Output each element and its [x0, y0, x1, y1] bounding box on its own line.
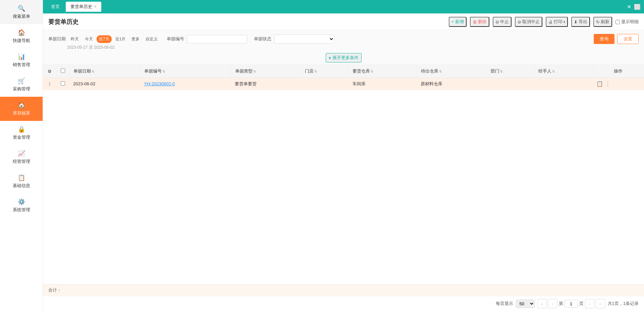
- sort-doc-type-icon[interactable]: ⇅: [253, 70, 256, 73]
- th-store: 门店⇅: [301, 65, 348, 78]
- sort-pending-warehouse-icon[interactable]: ⇅: [439, 70, 442, 73]
- sidebar-item-finance[interactable]: 🔒 资金管理: [0, 121, 43, 145]
- row-num: 1: [43, 78, 56, 90]
- expand-more-button[interactable]: ▾ 展开更多条件: [326, 53, 362, 62]
- sort-handler-icon[interactable]: ⇅: [552, 70, 555, 73]
- stop-button[interactable]: ⊘ 中止: [493, 17, 512, 27]
- expand-row: ▾ 展开更多条件: [48, 53, 639, 62]
- sidebar-item-label: 采购管理: [13, 86, 30, 92]
- sidebar-item-basic-info[interactable]: 📋 基础信息: [0, 169, 43, 193]
- new-button[interactable]: + 新增: [449, 17, 467, 27]
- row-checkbox-cell[interactable]: [56, 78, 69, 90]
- sidebar-item-label: 销售管理: [13, 62, 30, 68]
- date-btn-last7days[interactable]: 近7天: [97, 35, 112, 43]
- tab-home[interactable]: 首页: [46, 2, 64, 12]
- sidebar-item-label: 资金管理: [13, 134, 30, 140]
- sidebar-item-operations[interactable]: 📈 经营管理: [0, 145, 43, 169]
- sort-req-warehouse-icon[interactable]: ⇅: [371, 70, 373, 73]
- expand-icon: ▾: [329, 55, 331, 60]
- row-view-icon[interactable]: 📋: [596, 81, 603, 87]
- filter-bar: 单据日期 昨天今天近7天近1月更多自定义 单据编号 单据状态 查询: [43, 30, 644, 65]
- th-doc-no: 单据编号⇅: [140, 65, 231, 78]
- select-all-checkbox[interactable]: [61, 69, 65, 73]
- sidebar-item-label: 基础信息: [13, 183, 30, 189]
- row-checkbox[interactable]: [61, 81, 65, 86]
- cancel-stop-button[interactable]: ⊘ 取消中止: [515, 17, 542, 27]
- th-operation: 操作: [592, 65, 644, 78]
- doc-no-input[interactable]: [187, 35, 247, 43]
- row-handler: [534, 78, 592, 90]
- th-gear[interactable]: ⚙: [43, 65, 56, 78]
- th-pending-warehouse: 待出仓库⇅: [417, 65, 486, 78]
- sales-icon: 📊: [18, 53, 25, 60]
- header-actions: + 新增 🗑 删除 ⊘ 中止 ⊘ 取消中止 🖨 打印 ▾: [449, 17, 639, 27]
- sidebar-item-system[interactable]: ⚙️ 系统管理: [0, 193, 43, 218]
- basic-info-icon: 📋: [18, 174, 25, 181]
- date-btn-last_month[interactable]: 近1月: [113, 35, 128, 43]
- sort-doc-no-icon[interactable]: ⇅: [162, 70, 165, 73]
- status-select[interactable]: [274, 35, 334, 44]
- prev-page-button[interactable]: ‹: [548, 299, 557, 308]
- search-icon: 🔍: [18, 5, 25, 12]
- refresh-icon: ↻: [596, 19, 600, 25]
- last-page-button[interactable]: »: [596, 299, 605, 308]
- window-close-icon[interactable]: ✕: [627, 4, 631, 10]
- next-page-button[interactable]: ›: [585, 299, 594, 308]
- sidebar-item-sales[interactable]: 📊 销售管理: [0, 48, 43, 73]
- print-button[interactable]: 🖨 打印 ▾: [546, 17, 568, 27]
- tab-requisition-history[interactable]: 要货单历史×: [66, 2, 101, 12]
- window-maximize-icon[interactable]: ⬜: [634, 4, 641, 10]
- status-label: 单据状态: [254, 36, 271, 42]
- tab-bar: 首页要货单历史× ✕ ⬜: [43, 0, 644, 13]
- content-area: 要货单历史 + 新增 🗑 删除 ⊘ 中止 ⊘ 取消中止 🖨 打印: [43, 13, 644, 311]
- tab-label: 首页: [51, 4, 60, 10]
- date-btn-today[interactable]: 今天: [83, 35, 95, 43]
- date-btn-custom[interactable]: 自定义: [143, 35, 160, 43]
- export-button[interactable]: ⬇ 导出: [571, 17, 590, 27]
- th-handler: 经手人⇅: [534, 65, 592, 78]
- stop-icon: ⊘: [495, 19, 499, 25]
- page-header: 要货单历史 + 新增 🗑 删除 ⊘ 中止 ⊘ 取消中止 🖨 打印: [43, 13, 644, 30]
- finance-icon: 🔒: [18, 126, 25, 133]
- pagination-info: 共1页，1条记录: [608, 301, 639, 307]
- sidebar-item-purchase[interactable]: 🛒 采购管理: [0, 73, 43, 97]
- filter-row-main: 单据日期 昨天今天近7天近1月更多自定义 单据编号 单据状态 查询: [48, 34, 639, 44]
- footer-total: 合计：: [48, 287, 61, 293]
- display-detail-checkbox[interactable]: [615, 20, 620, 24]
- doc-no-link[interactable]: YH-20230602-0: [144, 81, 175, 86]
- date-btn-yesterday[interactable]: 昨天: [68, 35, 81, 43]
- page-size-label: 每页显示: [496, 301, 513, 307]
- row-doc-no[interactable]: YH-20230602-0: [140, 78, 231, 90]
- doc-no-filter-group: 单据编号: [167, 35, 247, 43]
- th-checkbox[interactable]: [56, 65, 69, 78]
- delete-button[interactable]: 🗑 删除: [470, 17, 489, 27]
- first-page-button[interactable]: «: [537, 299, 547, 308]
- row-pending-warehouse: 原材料仓库: [417, 78, 486, 90]
- date-btn-more[interactable]: 更多: [129, 35, 142, 43]
- query-button[interactable]: 查询: [594, 34, 614, 44]
- sort-department-icon[interactable]: ⇅: [500, 70, 503, 73]
- refresh-button[interactable]: ↻ 刷新: [593, 17, 612, 27]
- sidebar-item-inventory[interactable]: 🏠 库存核算: [0, 97, 43, 121]
- table-area: ⚙ 单据日期⇅ 单据编号⇅ 单据类型⇅ 门店⇅ 要货仓库⇅ 待出仓库⇅ 部门⇅ …: [43, 65, 644, 284]
- setting-button[interactable]: 设置: [617, 34, 639, 44]
- date-filter-label: 单据日期: [48, 36, 66, 42]
- purchase-icon: 🛒: [18, 77, 25, 85]
- page-number-input[interactable]: [565, 300, 578, 308]
- sidebar-item-quick-nav[interactable]: 🏠 快捷导航: [0, 24, 43, 48]
- print-icon: 🖨: [548, 19, 553, 25]
- display-detail-toggle[interactable]: 显示明细: [615, 19, 639, 25]
- system-icon: ⚙️: [18, 198, 25, 206]
- table-header: ⚙ 单据日期⇅ 单据编号⇅ 单据类型⇅ 门店⇅ 要货仓库⇅ 待出仓库⇅ 部门⇅ …: [43, 65, 644, 78]
- cancel-stop-icon: ⊘: [518, 19, 521, 25]
- page-unit: 页: [579, 301, 584, 307]
- sidebar-item-label: 快捷导航: [13, 38, 30, 44]
- sort-store-icon[interactable]: ⇅: [314, 70, 317, 73]
- sort-date-icon[interactable]: ⇅: [92, 70, 94, 73]
- table-row[interactable]: 1 2023-06-02 YH-20230602-0 要货单要货 车间库 原材料…: [43, 78, 644, 90]
- sidebar-item-label: 搜索菜单: [13, 13, 30, 19]
- sidebar-item-search[interactable]: 🔍 搜索菜单: [0, 0, 43, 24]
- page-size-select[interactable]: 2050100: [516, 300, 535, 308]
- tab-close-icon[interactable]: ×: [94, 4, 97, 9]
- row-more-icon[interactable]: ⋮: [605, 81, 610, 87]
